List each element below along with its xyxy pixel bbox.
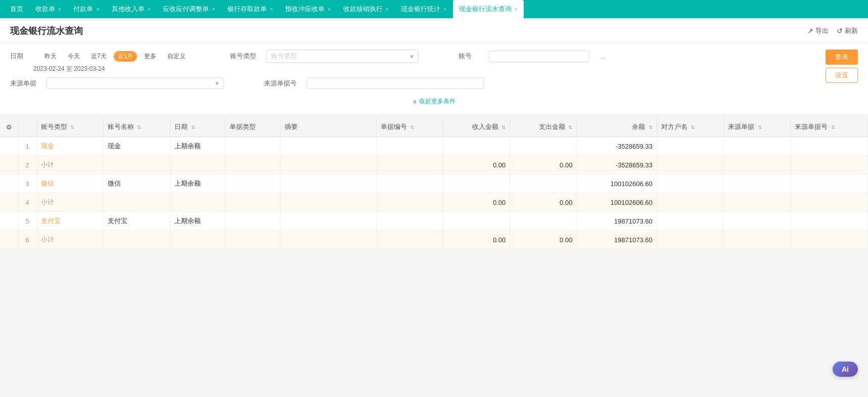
- cell-doc-type: [225, 193, 280, 212]
- nav-tab-8[interactable]: 现金银行流水查询 ×: [453, 0, 524, 18]
- cell-date: [170, 193, 225, 212]
- col-date[interactable]: 日期 ⇅: [170, 117, 225, 137]
- table-row: 6小计0.000.0019871073.60: [0, 231, 868, 249]
- cell-income: [443, 137, 510, 156]
- cell-doc-type: [225, 231, 280, 249]
- col-gear[interactable]: ⚙: [0, 117, 18, 137]
- cell-balance: 19871073.60: [577, 212, 657, 231]
- nav-tab-3[interactable]: 应收应付调整单 ×: [157, 0, 221, 18]
- table-row: 1现金现金上期余额-3528659.33: [0, 137, 868, 156]
- close-icon[interactable]: ×: [58, 6, 61, 12]
- col-balance[interactable]: 余额 ⇅: [577, 117, 657, 137]
- col-account-name[interactable]: 账号名称 ⇅: [103, 117, 170, 137]
- close-icon[interactable]: ×: [212, 6, 215, 12]
- cell-counterparty: [657, 174, 723, 193]
- nav-tab-2[interactable]: 其他收入单 ×: [106, 0, 157, 18]
- more-dots-button[interactable]: ...: [600, 53, 606, 60]
- cell-account-name: [103, 156, 170, 174]
- cell-index: 4: [18, 193, 36, 212]
- cell-doc-number: [376, 212, 443, 231]
- cell-doc-number: [376, 174, 443, 193]
- close-icon[interactable]: ×: [148, 6, 151, 12]
- cell-index: 6: [18, 231, 36, 249]
- cell-expense: [510, 137, 577, 156]
- filter-area: 日期 昨天 今天 近7天 近1月 更多 自定义 账号类型 账号类型 ▾ 账号: [0, 43, 868, 115]
- cell-balance: 19871073.60: [577, 231, 657, 249]
- settings-button[interactable]: 设置: [826, 68, 858, 83]
- query-button[interactable]: 查询: [826, 50, 858, 65]
- account-type-select[interactable]: 账号类型 ▾: [266, 50, 418, 63]
- cell-date: [170, 231, 225, 249]
- col-expense[interactable]: 支出金额 ⇅: [510, 117, 577, 137]
- page-title: 现金银行流水查询: [10, 25, 83, 37]
- sort-icon: ⇅: [649, 124, 653, 130]
- account-input[interactable]: [489, 51, 590, 62]
- nav-tab-5[interactable]: 预收冲应收单 ×: [279, 0, 337, 18]
- chevron-down-icon: ▾: [215, 79, 219, 87]
- date-btn-more[interactable]: 更多: [140, 51, 160, 62]
- cell-expense: [510, 174, 577, 193]
- nav-tab-7[interactable]: 现金银行统计 ×: [395, 0, 452, 18]
- close-icon[interactable]: ×: [515, 6, 518, 12]
- data-table: ⚙ 账号类型 ⇅ 账号名称 ⇅ 日期 ⇅ 单据类型: [0, 117, 868, 249]
- export-button[interactable]: ↗ 导出: [807, 26, 829, 35]
- header-actions: ↗ 导出 ↺ 刷新: [807, 26, 858, 35]
- cell-index: 3: [18, 174, 36, 193]
- nav-tab-4[interactable]: 银行存取款单 ×: [221, 0, 279, 18]
- sort-icon: ⇅: [501, 124, 506, 130]
- nav-home[interactable]: 首页: [4, 0, 29, 18]
- close-icon[interactable]: ×: [386, 6, 389, 12]
- cell-income: [443, 174, 510, 193]
- date-label: 日期: [10, 52, 30, 61]
- collapse-up-icon: ∧: [413, 98, 417, 105]
- refresh-button[interactable]: ↺ 刷新: [837, 26, 858, 35]
- source-doc-num-input[interactable]: [307, 77, 484, 89]
- cell-account-type: 支付宝: [36, 212, 103, 231]
- date-btn-today[interactable]: 今天: [64, 51, 84, 62]
- cell-source-doc: [723, 137, 790, 156]
- close-icon[interactable]: ×: [270, 6, 273, 12]
- close-icon[interactable]: ×: [443, 6, 446, 12]
- collapse-bar[interactable]: ∧ 收起更多条件: [10, 94, 858, 109]
- date-range-display: 2023-02-24 至 2023-03-24: [33, 65, 105, 72]
- col-doc-number[interactable]: 单据编号 ⇅: [376, 117, 443, 137]
- cell-index: 2: [18, 156, 36, 174]
- close-icon[interactable]: ×: [328, 6, 331, 12]
- date-btn-7days[interactable]: 近7天: [87, 51, 111, 62]
- cell-gear: [0, 212, 18, 231]
- cell-gear: [0, 174, 18, 193]
- cell-income: [443, 212, 510, 231]
- sort-icon: ⇅: [70, 124, 74, 130]
- cell-counterparty: [657, 212, 723, 231]
- col-income[interactable]: 收入金额 ⇅: [443, 117, 510, 137]
- cell-balance: 100102606.60: [577, 193, 657, 212]
- cell-doc-number: [376, 137, 443, 156]
- table-row: 4小计0.000.00100102606.60: [0, 193, 868, 212]
- cell-gear: [0, 193, 18, 212]
- col-summary: 摘要: [281, 117, 377, 137]
- date-btn-1month[interactable]: 近1月: [114, 51, 138, 62]
- nav-tab-6[interactable]: 收款核销执行 ×: [337, 0, 395, 18]
- cell-summary: [281, 174, 377, 193]
- cell-gear: [0, 137, 18, 156]
- col-counterparty[interactable]: 对方户名 ⇅: [657, 117, 723, 137]
- col-source-doc-num[interactable]: 来源单据号 ⇅: [791, 117, 868, 137]
- cell-counterparty: [657, 193, 723, 212]
- cell-gear: [0, 231, 18, 249]
- cell-date: [170, 156, 225, 174]
- close-icon[interactable]: ×: [96, 6, 99, 12]
- nav-tab-0[interactable]: 收款单 ×: [29, 0, 67, 18]
- page-header: 现金银行流水查询 ↗ 导出 ↺ 刷新: [0, 18, 868, 43]
- col-account-type[interactable]: 账号类型 ⇅: [36, 117, 103, 137]
- date-btn-yesterday[interactable]: 昨天: [40, 51, 61, 62]
- nav-tab-1[interactable]: 付款单 ×: [67, 0, 105, 18]
- account-type-placeholder: 账号类型: [271, 52, 297, 61]
- cell-expense: 0.00: [510, 231, 577, 249]
- cell-balance: -3528659.33: [577, 156, 657, 174]
- date-btn-custom[interactable]: 自定义: [163, 51, 190, 62]
- col-source-doc[interactable]: 来源单据 ⇅: [723, 117, 790, 137]
- cell-source-doc: [723, 174, 790, 193]
- cell-summary: [281, 212, 377, 231]
- cell-counterparty: [657, 156, 723, 174]
- source-doc-select[interactable]: ▾: [47, 77, 223, 89]
